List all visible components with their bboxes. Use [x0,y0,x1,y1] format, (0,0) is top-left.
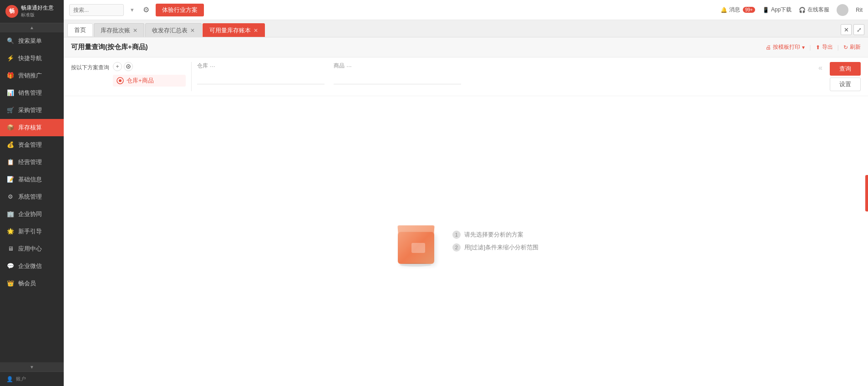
filter-fields: 仓库 ··· 商品 ··· [197,62,818,84]
page-actions: 🖨 按模板打印 ▾ | ⬆ 导出 | ↻ 刷新 [766,43,861,51]
tab-batch[interactable]: 库存批次账 ✕ [94,23,144,37]
topbar-right: 🔔 消息 99+ 📱 App下载 🎧 在线客服 Rit [721,4,863,16]
action-buttons: 查询 设置 [822,62,861,91]
box-body [398,232,434,264]
svg-point-1 [128,66,129,67]
tab-available-close-icon[interactable]: ✕ [254,27,258,34]
tab-batch-close-icon[interactable]: ✕ [133,27,137,34]
sidebar-scroll-down[interactable]: ▼ [0,362,64,371]
page-title: 可用量查询(按仓库+商品) [71,43,148,51]
sidebar-title: 畅康通好生意 [21,5,54,12]
dropdown-chevron-icon[interactable]: ▾ [127,5,137,15]
tab-available[interactable]: 可用量库存账本 ✕ [203,23,265,37]
sidebar-item-newbie[interactable]: 🌟 新手引导 [0,223,64,240]
tab-close-all-icon[interactable]: ✕ [841,24,852,35]
filter-area: 按以下方案查询 + [64,57,868,96]
filter-schemes: + 仓库+商品 [113,62,186,87]
topbar: ▾ ⚙ 体验行业方案 🔔 消息 99+ 📱 App下载 🎧 在线客服 Rit [64,0,868,20]
mobile-icon: 📱 [762,7,769,13]
sidebar-item-finance[interactable]: 💰 资金管理 [0,136,64,154]
building-icon: 🏢 [6,210,15,218]
collapse-arrow-icon[interactable]: « [818,64,822,72]
sidebar: 畅 畅康通好生意 标准版 ▲ 🔍 搜索菜单 ⚡ 快捷导航 🎁 营销推广 📊 销售… [0,0,64,386]
sidebar-item-marketing[interactable]: 🎁 营销推广 [0,67,64,84]
star-icon: 🌟 [6,227,15,236]
scheme-settings-icon[interactable] [124,62,133,71]
print-button[interactable]: 🖨 按模板打印 ▾ [766,43,805,51]
industry-button[interactable]: 体验行业方案 [156,4,204,16]
avatar[interactable] [837,4,848,16]
sidebar-item-basic[interactable]: 📝 基础信息 [0,171,64,188]
print-dropdown-icon: ▾ [802,44,805,51]
clipboard-icon: 📋 [6,158,15,166]
printer-icon: 🖨 [766,44,771,51]
sidebar-item-system[interactable]: ⚙ 系统管理 [0,188,64,206]
online-service-button[interactable]: 🎧 在线客服 [799,6,829,14]
monitor-icon: 🖥 [6,245,15,253]
settings-button[interactable]: 设置 [830,77,861,91]
query-button[interactable]: 查询 [830,62,861,76]
export-button[interactable]: ⬆ 导出 [816,43,833,51]
tip-num-2: 2 [452,243,461,252]
tabs-bar: 首页 库存批次账 ✕ 收发存汇总表 ✕ 可用量库存账本 ✕ ✕ ⤢ [64,20,868,37]
filter-label: 按以下方案查询 [71,62,109,72]
tip-text-1: 请先选择要分析的方案 [464,231,523,239]
sidebar-subtitle: 标准版 [21,12,54,18]
sidebar-footer: 👤 账户 [0,371,64,386]
sidebar-item-inventory[interactable]: 📦 库存核算 [0,119,64,136]
sidebar-item-search[interactable]: 🔍 搜索菜单 [0,32,64,50]
right-edge-indicator [865,175,868,211]
box-shadow [400,263,431,267]
filter-divider [191,62,192,91]
add-scheme-button[interactable]: + [113,62,122,71]
box-icon: 📦 [6,124,15,132]
sidebar-item-wechat[interactable]: 💬 企业微信 [0,257,64,275]
money-icon: 💰 [6,141,15,149]
message-button[interactable]: 🔔 消息 99+ [721,6,755,14]
warehouse-more-icon[interactable]: ··· [210,62,215,70]
app-download-button[interactable]: 📱 App下载 [762,6,792,14]
tab-summary[interactable]: 收发存汇总表 ✕ [145,23,202,37]
tabs-actions: ✕ ⤢ [841,24,864,37]
empty-state: 1 请先选择要分析的方案 2 用[过滤]条件来缩小分析范围 [64,96,868,386]
sidebar-item-member[interactable]: 👑 畅会员 [0,275,64,292]
settings-icon[interactable]: ⚙ [140,4,152,16]
bell-icon: 🔔 [721,7,727,13]
sidebar-header: 畅 畅康通好生意 标准版 [0,0,64,23]
content-area: 可用量查询(按仓库+商品) 🖨 按模板打印 ▾ | ⬆ 导出 | ↻ 刷新 [64,37,868,386]
note-icon: 📝 [6,175,15,184]
search-input[interactable] [69,4,124,16]
empty-tips: 1 请先选择要分析的方案 2 用[过滤]条件来缩小分析范围 [452,231,538,252]
sidebar-item-purchase[interactable]: 🛒 采购管理 [0,102,64,119]
sidebar-item-sales[interactable]: 📊 销售管理 [0,84,64,102]
sidebar-item-enterprise[interactable]: 🏢 企业协同 [0,206,64,223]
chat-icon: 💬 [6,262,15,270]
warehouse-filter-field: 仓库 ··· [197,62,325,84]
username-label: Rit [856,7,863,13]
box-face [411,243,425,253]
refresh-button[interactable]: ↻ 刷新 [843,43,861,51]
tab-home[interactable]: 首页 [67,23,93,37]
headset-icon: 🎧 [799,7,806,13]
sidebar-item-apps[interactable]: 🖥 应用中心 [0,240,64,257]
empty-illustration [393,218,439,264]
flash-icon: ⚡ [6,54,15,62]
refresh-icon: ↻ [843,44,848,51]
sidebar-scroll-up[interactable]: ▲ [0,23,64,32]
sidebar-item-shortcut[interactable]: ⚡ 快捷导航 [0,50,64,67]
tab-expand-icon[interactable]: ⤢ [853,24,864,35]
product-input[interactable] [334,72,461,84]
search-icon: 🔍 [6,37,15,45]
sidebar-nav: 🔍 搜索菜单 ⚡ 快捷导航 🎁 营销推广 📊 销售管理 🛒 采购管理 📦 库存核… [0,32,64,362]
export-icon: ⬆ [816,44,820,51]
sidebar-logo: 畅 [5,5,18,18]
tab-summary-close-icon[interactable]: ✕ [190,27,195,34]
warehouse-input[interactable] [197,72,325,84]
user-footer-icon: 👤 [6,376,13,382]
empty-tip-1: 1 请先选择要分析的方案 [452,231,538,239]
scheme-item-warehouse-product[interactable]: 仓库+商品 [113,75,186,87]
empty-tip-2: 2 用[过滤]条件来缩小分析范围 [452,243,538,252]
filter-scheme-controls: + [113,62,186,71]
sidebar-item-operation[interactable]: 📋 经营管理 [0,154,64,171]
product-more-icon[interactable]: ··· [346,62,352,70]
